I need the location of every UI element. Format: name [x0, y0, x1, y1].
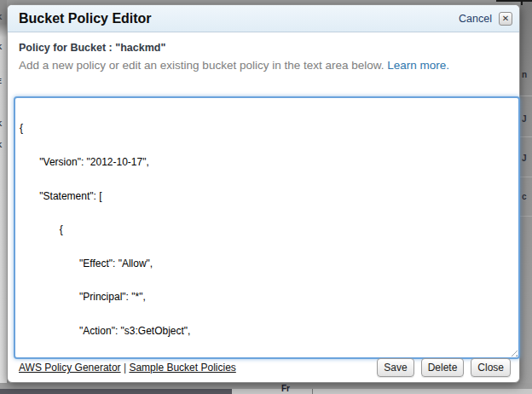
- backdrop-divider-line: [312, 389, 313, 394]
- policy-line: "Version": "2012-10-17",: [20, 157, 514, 168]
- policy-line: {: [20, 123, 514, 134]
- bg-row-line: [520, 136, 532, 137]
- bg-text-fragment: K: [0, 119, 3, 128]
- bg-text-fragment: K: [0, 141, 3, 149]
- policy-line: "Principal": "*",: [20, 292, 514, 303]
- backdrop-dark-band: [0, 389, 232, 394]
- bg-text-fragment: Fr: [281, 384, 290, 393]
- bg-row-line: [520, 216, 532, 217]
- bucket-policy-editor-dialog: Bucket Policy Editor Cancel ✕ Policy for…: [7, 4, 520, 383]
- dialog-description: Add a new policy or edit an existing buc…: [19, 59, 449, 72]
- bg-text-fragment: E: [0, 77, 2, 85]
- dialog-close-icon-button[interactable]: ✕: [499, 12, 512, 26]
- dialog-header: Bucket Policy Editor Cancel ✕: [8, 5, 519, 32]
- bg-text-fragment: K: [0, 13, 3, 21]
- bg-text-fragment: J: [522, 114, 527, 124]
- bg-text-fragment: n: [522, 70, 527, 79]
- policy-line: "Effect": "Allow",: [20, 258, 514, 269]
- backdrop-left-strip: K K E K K: [0, 0, 7, 383]
- policy-textarea[interactable]: { "Version": "2012-10-17", "Statement": …: [14, 96, 520, 359]
- footer-links: AWS Policy Generator | Sample Bucket Pol…: [19, 362, 236, 374]
- policy-line: "Action": "s3:GetObject",: [20, 326, 514, 337]
- backdrop-right-strip: n J J c: [520, 0, 532, 383]
- cancel-link[interactable]: Cancel: [459, 13, 492, 25]
- bucket-name-heading: Policy for Bucket : "hackmd": [19, 42, 165, 54]
- close-icon: ✕: [502, 14, 509, 23]
- policy-line: {: [20, 224, 514, 235]
- bg-row-line: [520, 177, 532, 177]
- link-separator: |: [124, 362, 126, 374]
- bg-text-fragment: K: [0, 43, 3, 51]
- resize-handle[interactable]: [508, 347, 518, 356]
- save-button[interactable]: Save: [377, 358, 413, 377]
- aws-policy-generator-link[interactable]: AWS Policy Generator: [19, 362, 121, 374]
- policy-line: "Statement": [: [20, 191, 514, 202]
- description-text: Add a new policy or edit an existing buc…: [19, 59, 387, 72]
- delete-button[interactable]: Delete: [421, 358, 465, 377]
- bg-text-fragment: c: [522, 192, 527, 201]
- close-button[interactable]: Close: [471, 358, 511, 377]
- backdrop-light-band: [232, 389, 532, 394]
- bg-text-fragment: J: [522, 154, 527, 163]
- dialog-title: Bucket Policy Editor: [19, 11, 459, 26]
- bg-row-line: [520, 96, 532, 96]
- sample-bucket-policies-link[interactable]: Sample Bucket Policies: [129, 362, 235, 374]
- learn-more-link[interactable]: Learn more.: [387, 59, 449, 72]
- backdrop-bottom-strip: Fr: [0, 383, 532, 394]
- footer-buttons: Save Delete Close: [377, 358, 511, 377]
- backdrop-line: [521, 0, 523, 5]
- backdrop-line: [496, 0, 532, 2]
